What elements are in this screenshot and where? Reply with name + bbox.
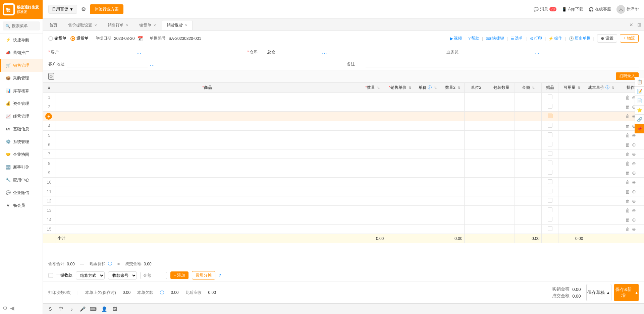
col-sort-qty[interactable]: ⇅	[377, 86, 380, 89]
select-link[interactable]: ☰ 选单	[511, 36, 523, 41]
copy-row-btn[interactable]: ⊕	[632, 217, 636, 223]
delete-row-btn[interactable]: 🗑	[625, 189, 630, 195]
tab-home[interactable]: 首页	[44, 20, 62, 30]
app-download-btn[interactable]: 📱 App下载	[562, 6, 583, 12]
delete-row-2-btn[interactable]: 🗑	[625, 104, 630, 110]
save-new-btn[interactable]: 保存&新增 ▲	[614, 284, 639, 301]
sidebar-item-app-center[interactable]: 🔧 应用中心	[0, 174, 43, 186]
fee-info-icon[interactable]: ?	[219, 273, 221, 278]
payment-method-select[interactable]: 结算方式	[76, 271, 105, 279]
help-link[interactable]: ? 帮助	[468, 36, 479, 41]
col-sort-price[interactable]: ⇅	[434, 86, 437, 89]
video-link[interactable]: ▶ 视频	[450, 36, 462, 41]
category-select[interactable]: 日用百货 ▼	[48, 5, 77, 14]
unit-cell-3[interactable]	[386, 112, 414, 121]
sidebar-item-sales[interactable]: 🛒 销售管理	[0, 59, 43, 72]
rfloat-btn-5[interactable]: 🔗	[635, 115, 644, 124]
qty2-cell-1[interactable]	[441, 93, 465, 102]
rfloat-btn-4[interactable]: ⭐	[635, 105, 644, 115]
sidebar-settings-btn[interactable]: ⚙	[3, 305, 7, 311]
price-info-icon[interactable]: ⓘ	[428, 85, 432, 90]
qty-cell-3[interactable]	[359, 112, 386, 121]
qty-cell-2[interactable]	[359, 102, 386, 112]
sidebar-collapse-btn[interactable]: ◀	[10, 305, 14, 311]
salesperson-input[interactable]	[465, 49, 532, 55]
copy-row-btn[interactable]: ⊕	[632, 179, 636, 185]
sidebar-item-finance[interactable]: 💰 资金管理	[0, 97, 43, 110]
taskbar-icon-6[interactable]: 👤	[100, 305, 108, 313]
gift-cell-3[interactable]	[542, 112, 558, 121]
cost-cell-2[interactable]	[585, 102, 617, 112]
sidebar-item-membership[interactable]: V 畅会员	[0, 199, 43, 212]
tab-sales-return[interactable]: 销货退货 ✕	[162, 20, 193, 30]
rfloat-btn-3[interactable]: 📄	[635, 96, 644, 105]
unit2-cell-2[interactable]	[465, 102, 488, 112]
unit2-cell-3[interactable]	[465, 112, 488, 121]
sidebar-item-enterprise[interactable]: 🤝 企业协同	[0, 148, 43, 161]
qty2-cell-2[interactable]	[441, 102, 465, 112]
fee-split-btn[interactable]: 费用分摊	[192, 271, 215, 279]
col-sort-cost[interactable]: ⇅	[611, 86, 614, 89]
tab-close-sales-order[interactable]: ✕	[126, 23, 128, 27]
user-menu-btn[interactable]: 人 徐泽华	[616, 5, 639, 14]
rfloat-btn-6[interactable]: 📌	[635, 124, 644, 133]
product-cell-1[interactable]	[55, 93, 359, 102]
debt-info-icon[interactable]: ⓘ	[160, 290, 164, 296]
warehouse-dots-btn[interactable]: …	[322, 49, 327, 55]
avail-cell-3[interactable]	[558, 112, 585, 121]
copy-row-btn[interactable]: ⊕	[632, 151, 636, 157]
amount-cell-1[interactable]	[515, 93, 542, 102]
tab-close-sales-return[interactable]: ✕	[185, 23, 187, 27]
copy-row-btn[interactable]: ⊕	[632, 142, 636, 148]
price-cell-1[interactable]	[414, 93, 441, 102]
copy-row-btn[interactable]: ⊕	[632, 226, 636, 232]
sidebar-item-new-guide[interactable]: 🆕 新手引导	[0, 161, 43, 174]
trial-btn[interactable]: 体验行业方案	[90, 4, 123, 14]
delete-row-btn[interactable]: 🗑	[625, 179, 630, 185]
col-sort-avail[interactable]: ⇅	[578, 86, 580, 89]
taskbar-icon-2[interactable]: 中	[57, 305, 65, 313]
taskbar-icon-4[interactable]: 🎤	[78, 305, 87, 313]
delete-row-3-btn[interactable]: 🗑	[625, 113, 630, 119]
delete-row-btn[interactable]: 🗑	[625, 207, 630, 213]
sidebar-item-operations[interactable]: 📈 经营管理	[0, 110, 43, 123]
copy-row-btn[interactable]: ⊕	[632, 189, 636, 195]
tab-sales-bill[interactable]: 销货单 ✕	[134, 20, 161, 30]
address-input[interactable]	[67, 61, 148, 67]
copy-row-btn[interactable]: ⊕	[632, 161, 636, 167]
add-row-btn[interactable]: +	[45, 113, 52, 120]
col-sort-unit[interactable]: ⇅	[409, 86, 411, 89]
customer-input[interactable]	[67, 49, 134, 55]
pkg-cell-1[interactable]	[488, 93, 515, 102]
remark-input[interactable]	[366, 61, 639, 67]
sidebar-item-quick-nav[interactable]: ⚡ 快捷导航	[0, 34, 43, 46]
shortcut-link[interactable]: ⌨ 快捷键	[486, 36, 504, 41]
pkg-cell-3[interactable]	[488, 112, 515, 121]
price-cell-2[interactable]	[414, 102, 441, 112]
tab-close-price-settings[interactable]: ✕	[94, 23, 97, 27]
cost-info-icon[interactable]: ⓘ	[605, 85, 609, 90]
save-draft-btn[interactable]: 保存草稿 ▲	[586, 284, 611, 301]
delete-row-btn[interactable]: 🗑	[625, 132, 630, 138]
rfloat-btn-2[interactable]: 📝	[635, 86, 644, 96]
tab-close-all-btn[interactable]: ✕	[628, 21, 635, 28]
radio-sale[interactable]: 销货单	[48, 36, 66, 41]
taskbar-icon-1[interactable]: S	[46, 305, 54, 313]
unit-cell-1[interactable]	[386, 93, 414, 102]
amount-cell-3[interactable]	[515, 112, 542, 121]
topbar-gear-btn[interactable]: ⚙	[81, 6, 86, 12]
tab-sales-order[interactable]: 销售订单 ✕	[103, 20, 133, 30]
avail-cell-2[interactable]	[558, 102, 585, 112]
cost-cell-3[interactable]	[585, 112, 617, 121]
rfloat-btn-1[interactable]: 📋	[635, 77, 644, 86]
copy-row-btn[interactable]: ⊕	[632, 198, 636, 204]
delete-row-btn[interactable]: 🗑	[625, 217, 630, 223]
salesperson-dots-btn[interactable]: …	[534, 49, 540, 55]
sidebar-item-marketing[interactable]: 📣 营销推广	[0, 46, 43, 59]
search-menu-btn[interactable]: 🔍 搜索菜单	[3, 21, 40, 30]
unit2-cell-1[interactable]	[465, 93, 488, 102]
amount-input[interactable]	[140, 272, 167, 279]
qty2-cell-3[interactable]	[441, 112, 465, 121]
col-sort-amount[interactable]: ⇅	[532, 86, 535, 89]
add-logistics-btn[interactable]: + 物流	[620, 34, 639, 43]
